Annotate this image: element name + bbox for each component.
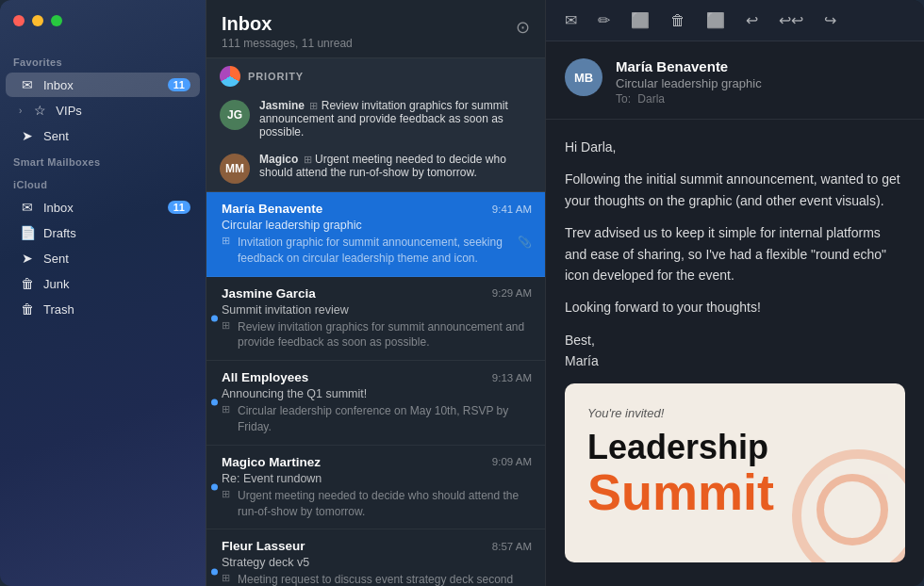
message-sender: Fleur Lasseur [222,539,305,553]
sender-avatar: MB [565,58,602,96]
message-list: Inbox 111 messages, 11 unread ⊙ PRIORITY… [206,0,545,586]
inbox-icon: ✉ [19,77,36,92]
priority-sender: Jasmine ⊞ Review invitation graphics for… [259,99,532,138]
email-paragraph-2: Trev advised us to keep it simple for in… [565,222,905,285]
email-header: MB María Benavente Circular leadership g… [546,41,924,120]
message-subject: Announcing the Q1 summit! [222,387,532,400]
inbox-badge: 11 [168,78,190,91]
message-time: 8:57 AM [492,541,532,552]
forward-icon[interactable]: ↪ [820,8,840,33]
email-header-info: María Benavente Circular leadership grap… [616,58,905,106]
unread-dot [211,315,218,321]
email-from-name: María Benavente [616,58,905,74]
icloud-label: iCloud [0,171,206,194]
sidebar: Favorites ✉ Inbox 11 › ☆ VIPs ➤ Sent Sma… [0,0,206,586]
message-subject: Re: Event rundown [222,472,532,485]
chevron-icon: › [19,106,22,116]
sidebar-item-trash[interactable]: 🗑 Trash [6,297,200,321]
icloud-inbox-badge: 11 [168,201,190,214]
message-list-title: Inbox [222,13,353,35]
close-button[interactable] [13,15,25,26]
priority-label: PRIORITY [248,71,304,82]
delete-icon[interactable]: 🗑 [667,8,689,33]
attachment-preview[interactable]: You're invited! Leadership Summit [565,383,905,562]
sidebar-item-icloud-inbox[interactable]: ✉ Inbox 11 [6,195,200,220]
invite-label: You're invited! [587,404,883,424]
email-subject: Circular leadership graphic [616,76,905,90]
preview-icon: ⊞ [222,235,230,247]
message-preview: Invitation graphic for summit announceme… [238,235,514,267]
priority-section: PRIORITY JG Jasmine ⊞ Review invitation … [206,58,545,192]
sidebar-item-label: Sent [43,252,69,266]
sidebar-item-junk[interactable]: 🗑 Junk [6,271,200,296]
archive-icon[interactable]: ⬜ [627,8,653,33]
message-item[interactable]: María Benavente 9:41 AM Circular leaders… [206,192,545,277]
reply-icon[interactable]: ↩ [742,8,762,33]
reply-all-icon[interactable]: ↩↩ [775,8,807,33]
message-subject: Strategy deck v5 [222,556,532,569]
sidebar-item-label: Sent [43,129,69,143]
email-body: Hi Darla, Following the initial summit a… [546,120,924,586]
message-time: 9:41 AM [492,203,532,215]
unread-dot [211,568,218,575]
sidebar-item-drafts[interactable]: 📄 Drafts [6,220,200,245]
email-paragraph-1: Following the initial summit announcemen… [565,169,905,211]
message-item[interactable]: Jasmine Garcia 9:29 AM Summit invitation… [206,277,545,362]
compose-icon[interactable]: ✏ [594,8,614,33]
folder-icon[interactable]: ⬜ [702,8,729,33]
envelope-icon[interactable]: ✉ [561,8,581,33]
invite-title-line1: Leadership [587,429,883,466]
message-item[interactable]: Fleur Lasseur 8:57 AM Strategy deck v5 ⊞… [206,529,545,586]
message-subject: Summit invitation review [222,303,532,317]
message-item[interactable]: Magico Martinez 9:09 AM Re: Event rundow… [206,446,545,530]
sidebar-item-label: Drafts [43,226,76,240]
message-preview: Meeting request to discuss event strateg… [238,572,532,586]
filter-icon[interactable]: ⊙ [516,17,530,38]
invite-circle-decoration [815,472,890,547]
unread-dot [211,484,218,491]
message-sender: María Benavente [222,202,322,216]
sidebar-content: Favorites ✉ Inbox 11 › ☆ VIPs ➤ Sent Sma… [0,41,206,586]
email-sign: Best, María [565,330,905,372]
attachment-inner: You're invited! Leadership Summit [565,383,905,562]
maximize-button[interactable] [51,15,62,26]
sidebar-item-label: Inbox [43,78,74,92]
message-preview: Urgent meeting needed to decide who shou… [238,488,532,520]
preview-icon: ⊞ [222,319,230,332]
message-sender: Magico Martinez [222,455,321,469]
sidebar-item-label: Trash [43,302,74,317]
message-time: 9:09 AM [492,456,532,467]
priority-email-jasmine[interactable]: JG Jasmine ⊞ Review invitation graphics … [206,92,545,146]
attachment-icon: 📎 [518,236,532,249]
message-items: María Benavente 9:41 AM Circular leaders… [206,192,545,586]
email-toolbar: ✉ ✏ ⬜ 🗑 ⬜ ↩ ↩↩ ↪ [546,0,924,41]
preview-icon: ⊞ [222,403,230,415]
priority-sender: Magico ⊞ Urgent meeting needed to decide… [259,153,532,179]
avatar: JG [220,100,250,130]
sent-icon: ➤ [19,128,36,143]
message-item[interactable]: All Employees 9:13 AM Announcing the Q1 … [206,361,545,446]
preview-icon: ⊞ [222,488,230,500]
sidebar-item-inbox[interactable]: ✉ Inbox 11 [6,73,200,97]
vips-icon: ☆ [31,103,48,118]
priority-email-content: Magico ⊞ Urgent meeting needed to decide… [259,153,532,179]
drafts-icon: 📄 [19,225,36,240]
email-paragraph-3: Looking forward to your thoughts! [565,297,905,317]
priority-email-magico[interactable]: MM Magico ⊞ Urgent meeting needed to dec… [206,146,545,191]
sidebar-item-icloud-sent[interactable]: ➤ Sent [6,246,200,270]
favorites-section-label: Favorites [0,49,206,72]
svg-point-0 [820,478,884,542]
app-window: Favorites ✉ Inbox 11 › ☆ VIPs ➤ Sent Sma… [0,0,924,586]
message-list-header: Inbox 111 messages, 11 unread ⊙ [206,0,545,58]
sent2-icon: ➤ [19,251,36,266]
sidebar-item-sent[interactable]: ➤ Sent [6,123,200,148]
sidebar-item-label: VIPs [56,104,81,118]
minimize-button[interactable] [32,15,43,26]
invite-title-line2: Summit [587,466,883,517]
preview-icon: ⊞ [222,572,230,584]
sidebar-item-vips[interactable]: › ☆ VIPs [6,98,200,122]
priority-header: PRIORITY [206,58,545,92]
titlebar [0,0,206,41]
message-time: 9:13 AM [492,372,532,383]
email-detail: ✉ ✏ ⬜ 🗑 ⬜ ↩ ↩↩ ↪ MB María Benavente Circ… [545,0,924,586]
